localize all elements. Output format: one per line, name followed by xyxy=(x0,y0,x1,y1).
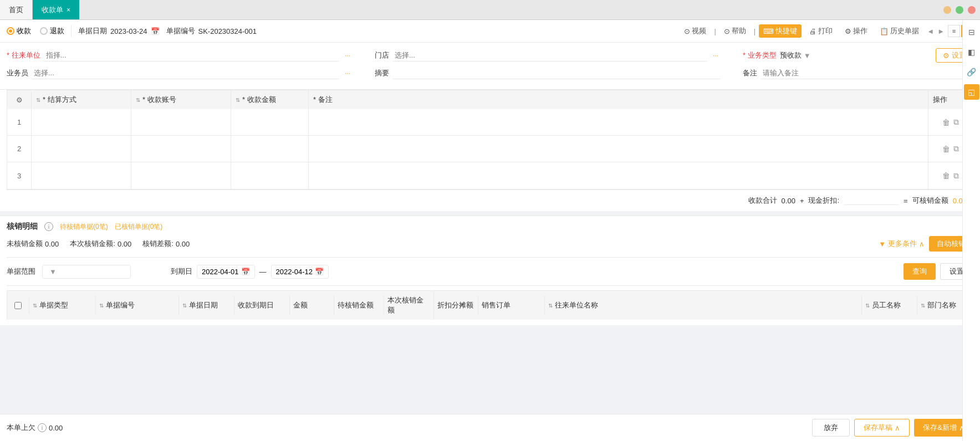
form-row-1: * 往来单位 ··· 门店 ··· * 业务类型 预收款 ▼ ⚙ 设置 xyxy=(7,48,973,63)
sidebar-doc-icon[interactable]: ◧ xyxy=(964,44,979,60)
partner-input[interactable] xyxy=(44,49,339,61)
row-amount-2[interactable] xyxy=(231,136,309,162)
window-close-button[interactable] xyxy=(968,6,976,14)
verify-header: 核销明细 i 待核销单据(0笔) 已核销单据(0笔) xyxy=(7,222,973,232)
row-account-3[interactable] xyxy=(131,162,231,189)
nav-next-icon[interactable]: ► xyxy=(937,27,945,35)
row-settlement-1[interactable] xyxy=(32,109,131,135)
toolbar-shortcut-btn[interactable]: ⌨ 快捷键 xyxy=(759,24,802,38)
tab-home[interactable]: 首页 xyxy=(0,0,33,19)
tab-close-icon[interactable]: × xyxy=(67,6,70,14)
row-amount-3[interactable] xyxy=(231,162,309,189)
window-maximize-button[interactable] xyxy=(956,6,963,14)
copy-icon-1[interactable]: ⧉ xyxy=(953,117,959,127)
available-label: 可核销金额 xyxy=(912,196,948,206)
note-label: 备注 xyxy=(743,68,757,78)
query-button[interactable]: 查询 xyxy=(904,263,936,280)
nav-prev-icon[interactable]: ◄ xyxy=(927,27,934,35)
vth-partner-label: 往来单位名称 xyxy=(555,300,598,310)
verify-select-all[interactable] xyxy=(14,302,22,309)
verify-title: 核销明细 xyxy=(7,222,38,232)
row-settlement-3[interactable] xyxy=(32,162,131,189)
staff-more-btn[interactable]: ··· xyxy=(343,69,353,77)
view-list-btn[interactable]: ≡ xyxy=(948,25,960,37)
toolbar-history-btn[interactable]: 📋 历史单据 xyxy=(875,24,923,38)
toolbar-right: ⊙ 视频 | ⊙ 帮助 | ⌨ 快捷键 🖨 打印 ⚙ 操作 📋 历史单据 ◄ ►… xyxy=(680,24,973,38)
staff-input[interactable] xyxy=(32,67,339,79)
delete-icon-1[interactable]: 🗑 xyxy=(942,118,950,127)
store-more-btn[interactable]: ··· xyxy=(711,52,721,59)
tab-receipt[interactable]: 收款单 × xyxy=(33,0,79,19)
verify-info-icon[interactable]: i xyxy=(44,222,53,231)
sidebar-table-icon[interactable]: ⊟ xyxy=(964,24,979,40)
bottom-label: 本单上欠 xyxy=(7,423,35,433)
toolbar-shortcut-label: 快捷键 xyxy=(775,26,797,36)
operation-icon: ⚙ xyxy=(845,27,851,35)
row-amount-1[interactable] xyxy=(231,109,309,135)
toolbar-print-btn[interactable]: 🖨 打印 xyxy=(805,24,837,38)
abandon-button[interactable]: 放弃 xyxy=(812,419,850,437)
delete-icon-3[interactable]: 🗑 xyxy=(942,171,950,180)
row-remark-2[interactable] xyxy=(309,136,928,162)
sidebar-link-icon[interactable]: 🔗 xyxy=(964,64,979,80)
due-from-input[interactable]: 2022-04-01 📅 xyxy=(197,265,255,279)
date-range-row: 单据范围 ▼ 到期日 2022-04-01 📅 — 2022-04-12 📅 查… xyxy=(7,257,973,286)
copy-icon-3[interactable]: ⧉ xyxy=(953,171,959,181)
draft-btn-label: 保存草稿 xyxy=(864,423,892,433)
discount-input[interactable] xyxy=(844,196,899,205)
range-caret-icon: ▼ xyxy=(49,268,57,276)
sep1: | xyxy=(714,27,716,35)
row-remark-1[interactable] xyxy=(309,109,928,135)
range-select[interactable]: ▼ xyxy=(42,265,131,279)
note-input[interactable] xyxy=(760,67,973,79)
row-settlement-2[interactable] xyxy=(32,136,131,162)
tab-receipt-label: 收款单 xyxy=(42,5,63,15)
row-remark-3[interactable] xyxy=(309,162,928,189)
th-amount-label: * 收款金额 xyxy=(242,95,276,105)
summary-input[interactable] xyxy=(392,67,721,79)
sidebar-screenshot-icon[interactable]: ◱ xyxy=(964,84,979,100)
verify-stats: 未核销金额 0.00 本次核销金额: 0.00 核销差额: 0.00 ▼ 更多条… xyxy=(7,236,973,252)
radio-receipt[interactable]: 收款 xyxy=(7,26,31,36)
chevron-up-icon: ∧ xyxy=(919,240,925,248)
vth-type-label: 单据类型 xyxy=(39,300,68,310)
due-to-input[interactable]: 2022-04-12 📅 xyxy=(271,265,329,279)
toolbar-operation-btn[interactable]: ⚙ 操作 xyxy=(840,24,872,38)
vth-dept-label: 部门名称 xyxy=(927,300,956,310)
total-value: 0.00 xyxy=(782,197,795,205)
row-account-2[interactable] xyxy=(131,136,231,162)
toolbar-help-btn[interactable]: ⊙ 帮助 xyxy=(719,24,751,38)
vth-type: ⇅ 单据类型 xyxy=(29,296,96,315)
plus-sign: + xyxy=(800,197,804,205)
row-num-1: 1 xyxy=(7,109,32,135)
verify-pending-tab[interactable]: 待核销单据(0笔) xyxy=(60,222,108,232)
note-field: 备注 xyxy=(743,67,973,79)
number-value: SK-20230324-001 xyxy=(198,27,257,35)
bottom-bar: 本单上欠 i 0.00 放弃 保存草稿 ∧ 保存&新增 ∧ xyxy=(0,414,980,441)
business-type-select[interactable]: 预收款 ▼ xyxy=(780,50,811,60)
calendar-icon[interactable]: 📅 xyxy=(151,27,160,35)
th-settlement-label: * 结算方式 xyxy=(43,95,76,105)
window-minimize-button[interactable] xyxy=(943,6,951,14)
vth-amount-label: 金额 xyxy=(293,300,308,310)
store-input[interactable] xyxy=(392,49,707,61)
radio-refund[interactable]: 退款 xyxy=(40,26,64,36)
more-conditions-btn[interactable]: ▼ 更多条件 ∧ xyxy=(879,239,925,249)
th-settings[interactable]: ⚙ xyxy=(7,91,32,109)
calendar-to-icon: 📅 xyxy=(315,268,324,276)
vth-num-label: 单据编号 xyxy=(106,300,135,310)
delete-icon-2[interactable]: 🗑 xyxy=(942,145,950,153)
vth-discount: 折扣分摊额 xyxy=(434,296,478,315)
partner-more-btn[interactable]: ··· xyxy=(343,52,353,59)
save-draft-button[interactable]: 保存草稿 ∧ xyxy=(854,419,910,437)
range-label: 单据范围 xyxy=(7,266,35,276)
toolbar-video-btn[interactable]: ⊙ 视频 xyxy=(680,24,711,38)
table-body: 1 🗑 ⧉ 2 🗑 ⧉ 3 xyxy=(7,109,973,189)
form-area: * 往来单位 ··· 门店 ··· * 业务类型 预收款 ▼ ⚙ 设置 xyxy=(0,43,980,90)
copy-icon-2[interactable]: ⧉ xyxy=(953,144,959,153)
row-account-1[interactable] xyxy=(131,109,231,135)
verify-done-tab[interactable]: 已核销单据(0笔) xyxy=(115,222,163,232)
sort-icon-settlement: ⇅ xyxy=(36,97,40,103)
vth-employee: ⇅ 员工名称 xyxy=(862,296,917,315)
more-conditions-label: 更多条件 xyxy=(888,239,917,249)
